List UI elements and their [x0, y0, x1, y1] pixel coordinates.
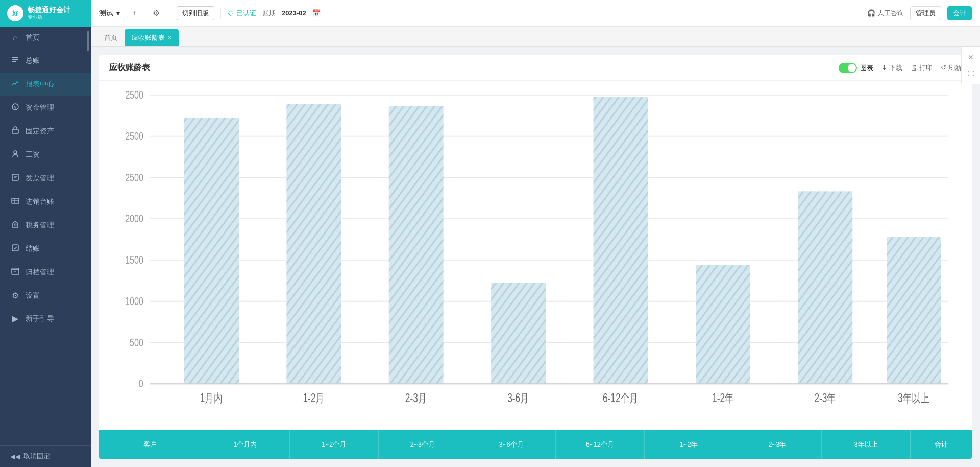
- table-header: 客户 1个月内 1~2个月 2~3个月 3~6个月 6~12个月 1~2年 2~…: [99, 430, 972, 459]
- divider: [170, 8, 170, 18]
- sidebar-label-reports: 报表中心: [26, 80, 54, 89]
- sidebar-item-closing[interactable]: 结账: [0, 237, 91, 261]
- logo-icon: 好: [7, 5, 23, 21]
- cancel-fixed-btn[interactable]: ◀◀ 取消固定: [0, 445, 91, 467]
- chevron-down-icon: ▾: [116, 9, 120, 17]
- sidebar-label-tax: 税务管理: [26, 221, 54, 230]
- expand-window-button[interactable]: ⛶: [964, 66, 978, 81]
- topbar: 测试 ▾ ＋ ⚙ 切到旧版 🛡 已认证 账期 2023-02 📅 🎧 人工咨询 …: [91, 0, 980, 27]
- col-customer: 客户: [99, 430, 201, 459]
- sidebar-label-guide: 新手引导: [26, 314, 54, 323]
- certified-badge: 🛡 已认证: [227, 9, 256, 18]
- print-icon: 🖨: [911, 64, 917, 72]
- sidebar-item-assets[interactable]: 固定资产: [0, 120, 91, 143]
- sidebar-item-ledger[interactable]: 总账: [0, 49, 91, 73]
- svg-rect-41: [286, 104, 341, 384]
- sidebar-label-funds: 资金管理: [26, 103, 54, 112]
- svg-rect-5: [12, 129, 18, 133]
- svg-text:2000: 2000: [125, 213, 143, 225]
- sidebar-item-inventory[interactable]: 进销台账: [0, 190, 91, 214]
- reports-icon: [10, 79, 20, 89]
- svg-rect-39: [184, 118, 239, 384]
- archive-icon: [10, 267, 20, 277]
- topbar-right: 🎧 人工咨询 管理员 会计: [867, 6, 972, 20]
- sidebar-nav: ⌂ 首页 总账 报表中心 ¥ 资金管理 固定资产: [0, 27, 91, 445]
- sidebar-item-invoices[interactable]: 发票管理: [0, 167, 91, 190]
- switch-version-button[interactable]: 切到旧版: [177, 6, 214, 20]
- tab-close-icon[interactable]: ×: [168, 34, 172, 41]
- sidebar-item-tax[interactable]: 税 税务管理: [0, 214, 91, 237]
- window-controls: ✕ ⛶: [961, 47, 980, 84]
- svg-text:1-2月: 1-2月: [303, 391, 325, 405]
- settings-gear-button[interactable]: ⚙: [149, 6, 164, 20]
- toggle-label: 图表: [860, 63, 873, 73]
- svg-rect-7: [12, 174, 18, 180]
- inventory-icon: [10, 197, 20, 207]
- svg-rect-2: [12, 61, 16, 62]
- svg-text:3年以上: 3年以上: [898, 391, 930, 405]
- ledger-icon: [10, 56, 20, 66]
- sidebar-label-archive: 归档管理: [26, 268, 54, 277]
- col-1-2month: 1~2个月: [290, 430, 379, 459]
- sidebar-label-closing: 结账: [26, 244, 40, 253]
- sidebar-item-guide[interactable]: ▶ 新手引导: [0, 307, 91, 330]
- sidebar-item-funds[interactable]: ¥ 资金管理: [0, 96, 91, 120]
- settings-icon: ⚙: [10, 291, 20, 300]
- svg-text:1-2年: 1-2年: [712, 391, 734, 405]
- chart-area: 2500 2500 2500 2000 1500 1000 500 0: [99, 81, 972, 430]
- bar-chart: 2500 2500 2500 2000 1500 1000 500 0: [109, 86, 962, 425]
- svg-rect-1: [12, 59, 18, 60]
- user-manager-button[interactable]: 管理员: [910, 6, 941, 20]
- sidebar: 好 畅捷通好会计 专业版 ⌂ 首页 总账 报表中心 ¥ 资: [0, 0, 91, 467]
- svg-text:500: 500: [130, 336, 143, 348]
- svg-rect-0: [12, 57, 18, 58]
- chart-toggle[interactable]: [839, 63, 857, 73]
- sidebar-item-wages[interactable]: 工资: [0, 143, 91, 167]
- calendar-icon[interactable]: 📅: [312, 9, 321, 17]
- period-label: 账期: [262, 9, 276, 18]
- add-button[interactable]: ＋: [126, 6, 142, 20]
- divider2: [220, 8, 221, 18]
- sidebar-logo: 好 畅捷通好会计 专业版: [0, 0, 91, 27]
- main-area: 测试 ▾ ＋ ⚙ 切到旧版 🛡 已认证 账期 2023-02 📅 🎧 人工咨询 …: [91, 0, 980, 467]
- svg-text:2-3年: 2-3年: [814, 391, 836, 405]
- app-name: 畅捷通好会计: [28, 6, 70, 14]
- tax-icon: 税: [10, 220, 20, 230]
- tab-aging[interactable]: 应收账龄表 ×: [125, 29, 179, 46]
- col-6-12month: 6~12个月: [556, 430, 645, 459]
- svg-text:0: 0: [139, 378, 143, 390]
- col-2-3month: 2~3个月: [379, 430, 468, 459]
- svg-rect-47: [594, 97, 648, 384]
- sidebar-label-wages: 工资: [26, 150, 40, 159]
- period-value: 2023-02: [282, 9, 306, 17]
- svg-text:2500: 2500: [125, 171, 143, 183]
- svg-text:6-12个月: 6-12个月: [603, 391, 639, 405]
- project-selector[interactable]: 测试 ▾: [99, 9, 120, 18]
- col-1-2year: 1~2年: [645, 430, 733, 459]
- report-card: 应收账龄表 图表 ⬇ 下载 🖨 打印 ↺: [99, 55, 972, 459]
- print-button[interactable]: 🖨 打印: [911, 63, 933, 73]
- user-role-button[interactable]: 会计: [947, 6, 972, 20]
- sidebar-item-home[interactable]: ⌂ 首页: [0, 27, 91, 49]
- closing-icon: [10, 244, 20, 254]
- sidebar-item-settings[interactable]: ⚙ 设置: [0, 284, 91, 307]
- close-window-button[interactable]: ✕: [964, 50, 978, 64]
- refresh-button[interactable]: ↺ 刷新: [941, 63, 962, 73]
- sidebar-item-reports[interactable]: 报表中心: [0, 73, 91, 96]
- svg-text:1月内: 1月内: [200, 391, 223, 405]
- help-button[interactable]: 🎧 人工咨询: [867, 9, 904, 18]
- guide-icon: ▶: [10, 314, 20, 323]
- scroll-indicator: [87, 31, 89, 51]
- assets-icon: [10, 126, 20, 136]
- tabbar: 首页 应收账龄表 ×: [91, 27, 980, 47]
- app-edition: 专业版: [28, 14, 70, 21]
- download-button[interactable]: ⬇ 下载: [881, 63, 902, 73]
- svg-text:¥: ¥: [14, 105, 17, 110]
- content-area: 应收账龄表 图表 ⬇ 下载 🖨 打印 ↺: [91, 47, 980, 467]
- tab-home[interactable]: 首页: [97, 29, 125, 46]
- svg-rect-53: [887, 237, 941, 384]
- svg-rect-10: [12, 198, 19, 203]
- sidebar-item-archive[interactable]: 归档管理: [0, 261, 91, 284]
- sidebar-label-ledger: 总账: [26, 56, 40, 65]
- col-1month: 1个月内: [201, 430, 290, 459]
